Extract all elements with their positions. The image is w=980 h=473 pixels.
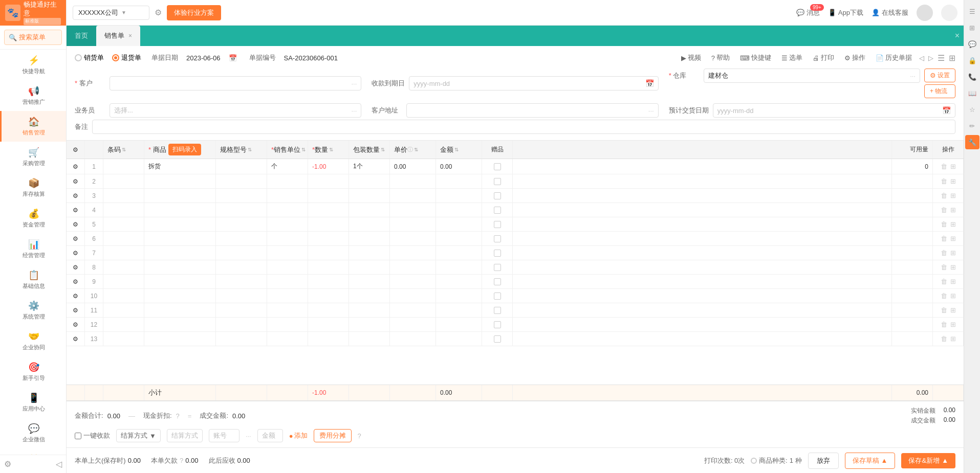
row-barcode[interactable] [103,332,144,346]
row-product[interactable] [144,289,216,303]
row-barcode[interactable] [103,303,144,317]
nav-prev-icon[interactable]: ◁ [919,54,924,62]
row-gift[interactable] [482,159,513,174]
row-product[interactable]: 拆货 [144,159,216,174]
tab-close-icon[interactable]: × [128,32,132,39]
row-qty[interactable] [308,318,349,331]
right-tool-book[interactable]: 📖 [965,86,979,100]
row-gift[interactable] [482,303,513,317]
row-remark[interactable] [513,275,892,288]
row-pkg-qty[interactable] [349,303,390,317]
row-barcode[interactable] [103,232,144,245]
row-delete-icon[interactable]: 🗑 [941,263,947,271]
row-product[interactable] [144,232,216,245]
row-qty[interactable] [308,203,349,217]
trial-button[interactable]: 体验行业方案 [167,5,221,20]
row-amount[interactable] [436,332,482,346]
history-btn[interactable]: 📄 历史单据 [873,52,915,63]
row-barcode[interactable] [103,189,144,202]
row-product[interactable] [144,246,216,260]
row-unit[interactable] [267,332,308,346]
row-spec[interactable] [216,232,267,245]
row-unit[interactable] [267,246,308,260]
row-delete-icon[interactable]: 🗑 [941,249,947,257]
row-spec[interactable] [216,203,267,217]
abandon-button[interactable]: 放弃 [808,453,839,469]
close-window-icon[interactable]: × [955,31,960,40]
row-price[interactable] [390,246,436,260]
row-price[interactable] [390,289,436,303]
right-tool-list[interactable]: ☰ [965,4,979,18]
right-tool-lock[interactable]: 🔒 [965,53,979,67]
row-pkg-qty[interactable]: 1个 [349,159,390,174]
row-price[interactable] [390,318,436,331]
row-delete-icon[interactable]: 🗑 [941,321,947,328]
customer-input[interactable]: ··· [110,76,361,91]
row-settings-icon[interactable]: ⚙ [67,260,85,274]
row-price[interactable] [390,174,436,188]
row-delete-icon[interactable]: 🗑 [941,335,947,343]
row-delete-icon[interactable]: 🗑 [941,220,947,228]
row-spec[interactable] [216,275,267,288]
delivery-date-input[interactable]: yyyy-mm-dd 📅 [713,103,955,118]
row-unit[interactable] [267,203,308,217]
row-pkg-qty[interactable] [349,217,390,231]
row-qty[interactable] [308,246,349,260]
row-product[interactable] [144,260,216,274]
warehouse-input[interactable]: 建材仓 ··· [704,69,920,83]
row-gift[interactable] [482,246,513,260]
right-tool-edit[interactable]: ✏ [965,119,979,133]
payment-amount-input[interactable]: 金额 [257,429,283,442]
settings-button[interactable]: ⚙ 金额合计: 设置 [924,69,955,82]
row-unit[interactable]: 个 [267,159,308,174]
row-spec[interactable] [216,246,267,260]
row-unit[interactable] [267,232,308,245]
row-price[interactable] [390,189,436,202]
row-remark[interactable] [513,159,892,174]
calendar-icon-date[interactable]: 📅 [229,54,237,62]
row-copy-icon[interactable]: ⊞ [950,177,956,185]
settlement-method-input[interactable]: 结算方式 [167,429,203,442]
row-amount[interactable] [436,260,482,274]
row-price[interactable] [390,203,436,217]
row-copy-icon[interactable]: ⊞ [950,220,956,228]
one-click-checkbox[interactable] [75,433,81,439]
online-support-button[interactable]: 👤 在线客服 [872,8,908,17]
sidebar-item-apps[interactable]: 📱 应用中心 [0,387,66,418]
scan-button[interactable]: 扫码录入 [168,144,201,155]
nav-next-icon[interactable]: ▷ [928,54,933,62]
row-spec[interactable] [216,159,267,174]
row-pkg-qty[interactable] [349,332,390,346]
row-qty[interactable] [308,275,349,288]
view-list-icon[interactable]: ☰ [938,53,945,63]
row-qty[interactable] [308,217,349,231]
row-qty[interactable] [308,232,349,245]
help-btn[interactable]: ? 帮助 [708,52,733,63]
row-amount[interactable] [436,246,482,260]
row-price[interactable]: 0.00 [390,159,436,174]
row-gift[interactable] [482,260,513,274]
row-copy-icon[interactable]: ⊞ [950,278,956,285]
user-avatar-2[interactable] [941,5,957,21]
row-delete-icon[interactable]: 🗑 [941,177,947,185]
row-spec[interactable] [216,217,267,231]
row-spec[interactable] [216,318,267,331]
row-amount[interactable]: 0.00 [436,159,482,174]
row-remark[interactable] [513,217,892,231]
row-amount[interactable] [436,275,482,288]
row-delete-icon[interactable]: 🗑 [941,192,947,199]
row-settings-icon[interactable]: ⚙ [67,189,85,202]
row-settings-icon[interactable]: ⚙ [67,217,85,231]
search-menu-button[interactable]: 🔍 搜索菜单 [4,30,62,45]
tab-home[interactable]: 首页 [67,26,96,46]
row-unit[interactable] [267,217,308,231]
expense-split-button[interactable]: 费用分摊 [314,429,352,442]
payment-due-input[interactable]: yyyy-mm-dd 📅 [409,76,658,91]
row-pkg-qty[interactable] [349,232,390,245]
row-gift[interactable] [482,275,513,288]
print-btn[interactable]: 🖨 打印 [810,52,837,63]
row-product[interactable] [144,174,216,188]
row-unit[interactable] [267,289,308,303]
row-pkg-qty[interactable] [349,189,390,202]
row-remark[interactable] [513,232,892,245]
